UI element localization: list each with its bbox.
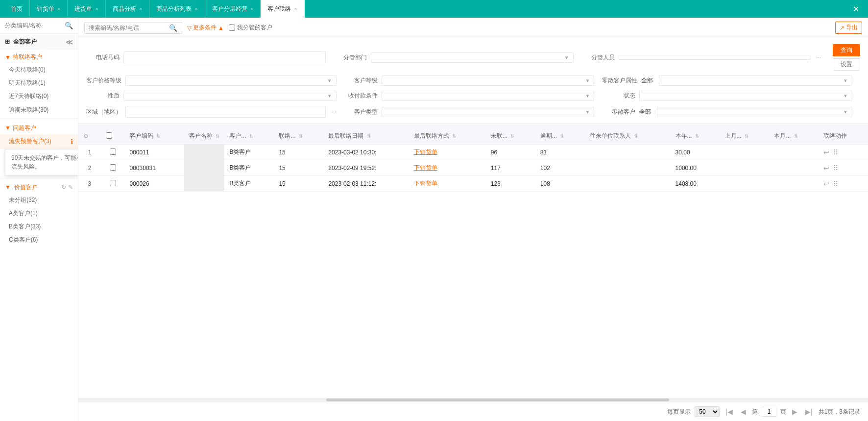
sidebar-item-today[interactable]: 今天待联络(0): [0, 63, 78, 76]
action-more-icon-0[interactable]: ⠿: [833, 149, 838, 156]
action-more-icon-1[interactable]: ⠿: [833, 164, 838, 172]
tab-purchase[interactable]: 进货单 ×: [68, 0, 105, 18]
sort-icon-last-date[interactable]: ⇅: [367, 133, 371, 139]
sidebar-item-7days[interactable]: 近7天待联络(0): [0, 90, 78, 103]
sort-icon-code[interactable]: ⇅: [156, 133, 160, 139]
sort-icon-last-month[interactable]: ⇅: [745, 133, 748, 139]
sidebar-search-input[interactable]: [5, 22, 63, 29]
tooltip-churn: 90天未交易的客户，可能有流失风险。: [5, 149, 78, 175]
row-checkbox-1[interactable]: [110, 164, 116, 171]
sort-icon-no-contact[interactable]: ⇅: [510, 133, 514, 139]
filter-person-dots[interactable]: ···: [816, 54, 821, 61]
last-method-link-0[interactable]: 下销货单: [414, 149, 437, 155]
more-conditions-btn[interactable]: ▽ 更多条件 ▲: [187, 24, 224, 32]
horizontal-scrollbar[interactable]: [78, 398, 868, 402]
prev-page-btn[interactable]: ◀: [739, 408, 748, 416]
filter-phone-input[interactable]: [123, 51, 326, 63]
export-button[interactable]: ↗ 导出: [835, 22, 862, 34]
my-customers-check[interactable]: [229, 25, 235, 31]
table-row: 1 000011 B类客户 15 2023-03-02 10:30: 下销货单 …: [78, 145, 868, 160]
th-no-contact-label: 未联...: [491, 132, 507, 139]
action-contact-icon-2[interactable]: ↩: [823, 180, 829, 188]
filter-customer-level-select[interactable]: ▼: [382, 75, 595, 86]
last-method-link-1[interactable]: 下销货单: [414, 164, 437, 171]
filter-gender: 性质 ▼: [86, 91, 344, 101]
tab-product-analysis-list[interactable]: 商品分析列表 ×: [149, 0, 205, 18]
filter-region-input[interactable]: [125, 106, 326, 118]
filter-customer-level: 客户等级 ▼: [344, 75, 603, 86]
first-page-btn[interactable]: |◀: [723, 408, 735, 416]
sort-icon-this-year[interactable]: ⇅: [695, 133, 699, 139]
sidebar-search-icon[interactable]: 🔍: [65, 22, 73, 29]
filter-gender-select[interactable]: ▼: [123, 91, 337, 101]
row-last-method-2: 下销货单: [409, 176, 486, 192]
filter-customer-type-select[interactable]: ▼: [382, 107, 595, 117]
sidebar-all-customers[interactable]: ⊞ 全部客户 ≪: [0, 34, 78, 50]
tab-close-customer-tier[interactable]: ×: [250, 6, 253, 12]
sort-icon-name[interactable]: ⇅: [216, 133, 219, 139]
sort-icon-type[interactable]: ⇅: [249, 133, 253, 139]
sort-icon-person[interactable]: ⇅: [634, 133, 638, 139]
sidebar-item-tomorrow[interactable]: 明天待联络(1): [0, 76, 78, 90]
filter-customer-type: 客户类型 ▼: [344, 107, 603, 117]
search-submit-icon[interactable]: 🔍: [169, 24, 177, 32]
tab-close-purchase[interactable]: ×: [95, 6, 98, 12]
tab-sales[interactable]: 销货单 ×: [30, 0, 68, 18]
tab-customer-tier[interactable]: 客户分层经营 ×: [205, 0, 261, 18]
sidebar-collapse-icon[interactable]: ≪: [66, 38, 73, 46]
tab-home[interactable]: 首页: [4, 0, 30, 18]
row-checkbox-2[interactable]: [110, 180, 116, 186]
settings-button[interactable]: 设置: [833, 58, 860, 71]
filter-zero-customer-select[interactable]: ▼: [657, 107, 852, 117]
filter-person-select[interactable]: [619, 55, 810, 60]
row-overdue-1: 102: [535, 160, 585, 176]
filter-price-select[interactable]: ▼: [125, 75, 337, 86]
sidebar-item-class-b[interactable]: B类客户(33): [0, 220, 78, 233]
tab-close-product-list[interactable]: ×: [194, 6, 197, 12]
filter-dept-select[interactable]: ▼: [371, 52, 573, 63]
tab-close-sales[interactable]: ×: [57, 6, 60, 12]
tab-close-customer-contact[interactable]: ×: [294, 6, 297, 12]
action-more-icon-2[interactable]: ⠿: [833, 180, 838, 188]
next-page-btn[interactable]: ▶: [790, 408, 799, 416]
sidebar-item-class-c[interactable]: C类客户(6): [0, 233, 78, 247]
filter-zero-attr-value: 全部: [641, 76, 653, 85]
last-method-link-2[interactable]: 下销货单: [414, 180, 437, 187]
per-page-select[interactable]: 50 100: [695, 406, 720, 417]
sidebar-section-problem[interactable]: ▼ 问题客户: [0, 121, 78, 134]
filter-row-1: 电话号码 分管部门 ▼ 分管人员 ···: [86, 44, 860, 71]
action-contact-icon-0[interactable]: ↩: [823, 149, 829, 156]
select-all-checkbox[interactable]: [106, 132, 112, 139]
search-input[interactable]: [89, 25, 167, 31]
refresh-icon[interactable]: ↻: [61, 184, 66, 191]
sidebar-item-overdue[interactable]: 逾期未联络(30): [0, 103, 78, 117]
sort-icon-contact[interactable]: ⇅: [299, 133, 303, 139]
tab-customer-contact[interactable]: 客户联络 ×: [261, 0, 304, 18]
tab-product-analysis[interactable]: 商品分析 ×: [106, 0, 149, 18]
row-checkbox-0[interactable]: [110, 149, 116, 155]
query-button[interactable]: 查询: [833, 44, 860, 56]
my-customers-checkbox[interactable]: 我分管的客户: [229, 24, 272, 32]
table-settings-icon[interactable]: ⚙: [83, 133, 89, 140]
tab-close-product-analysis[interactable]: ×: [139, 6, 142, 12]
last-page-btn[interactable]: ▶|: [803, 408, 815, 416]
sidebar-section-value[interactable]: ▼ 价值客户 ↻ ✎: [0, 180, 78, 194]
filter-payment-select[interactable]: ▼: [382, 91, 595, 101]
filter-status-select[interactable]: ▼: [639, 91, 852, 101]
current-page-input[interactable]: [762, 407, 776, 417]
th-name: 客户名称 ⇅: [184, 128, 224, 145]
edit-icon[interactable]: ✎: [68, 184, 73, 191]
window-close-btn[interactable]: ✕: [848, 4, 864, 14]
filter-region-dots[interactable]: ···: [332, 108, 337, 115]
th-no-contact: 未联... ⇅: [486, 128, 535, 145]
sort-icon-this-month[interactable]: ⇅: [794, 133, 798, 139]
sort-icon-overdue[interactable]: ⇅: [560, 133, 564, 139]
sidebar-search-area: 🔍: [0, 18, 78, 34]
filter-zero-attr-select[interactable]: ▼: [659, 75, 852, 86]
sidebar-item-ungrouped[interactable]: 未分组(32): [0, 194, 78, 207]
sort-icon-last-method[interactable]: ⇅: [452, 133, 456, 139]
sidebar-section-pending[interactable]: ▼ 待联络客户: [0, 50, 78, 63]
sidebar-item-class-a[interactable]: A类客户(1): [0, 207, 78, 220]
sidebar-item-churn-warning[interactable]: 流失预警客户(3) ℹ 90天未交易的客户，可能有流失风险。: [0, 134, 78, 149]
action-contact-icon-1[interactable]: ↩: [823, 164, 829, 172]
